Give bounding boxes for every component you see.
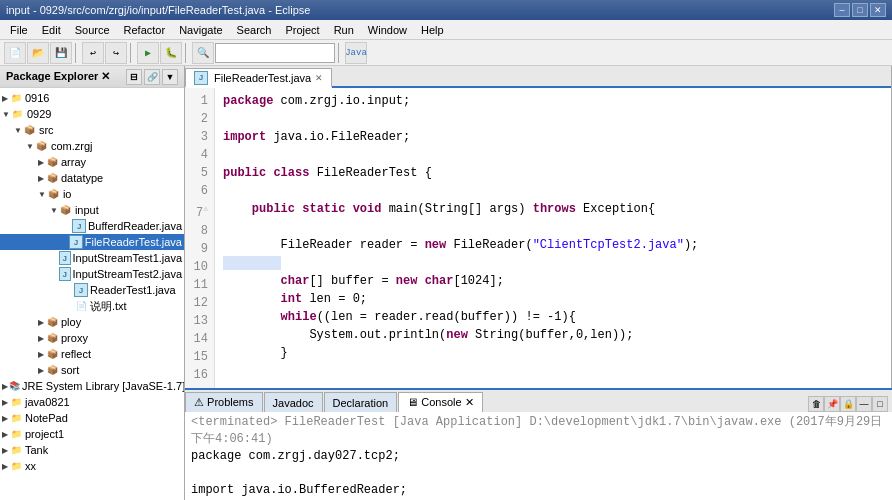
menu-search[interactable]: Search xyxy=(231,22,278,38)
menu-refactor[interactable]: Refactor xyxy=(118,22,172,38)
java-icon-tab: J xyxy=(194,71,208,85)
menu-bar: File Edit Source Refactor Navigate Searc… xyxy=(0,20,892,40)
debug-button[interactable]: 🐛 xyxy=(160,42,182,64)
tree-item-io[interactable]: ▼ 📦 io xyxy=(0,186,184,202)
save-button[interactable]: 💾 xyxy=(50,42,72,64)
tree-item-input[interactable]: ▼ 📦 input xyxy=(0,202,184,218)
tree-item-proxy[interactable]: ▶ 📦 proxy xyxy=(0,330,184,346)
tree-item-inputstreamtest2[interactable]: J InputStreamTest2.java xyxy=(0,266,184,282)
toolbar-separator-1 xyxy=(75,43,79,63)
package-icon-io: 📦 xyxy=(47,187,61,201)
tab-javadoc-label: Javadoc xyxy=(273,397,314,409)
console-clear-button[interactable]: 🗑 xyxy=(808,396,824,412)
tree-item-project1[interactable]: ▶ 📁 project1 xyxy=(0,426,184,442)
minimize-button[interactable]: – xyxy=(834,3,850,17)
redo-button[interactable]: ↪ xyxy=(105,42,127,64)
tree-item-array[interactable]: ▶ 📦 array xyxy=(0,154,184,170)
java-icon-filereadertest: J xyxy=(69,235,82,249)
tab-console-label: 🖥 Console ✕ xyxy=(407,396,473,409)
project-icon-0929: 📁 xyxy=(11,107,25,121)
menu-edit[interactable]: Edit xyxy=(36,22,67,38)
toolbar-separator-4 xyxy=(338,43,342,63)
toolbar: 📄 📂 💾 ↩ ↪ ▶ 🐛 🔍 Java xyxy=(0,40,892,66)
java-icon-bufferedreader: J xyxy=(72,219,86,233)
collapse-all-button[interactable]: ⊟ xyxy=(126,69,142,85)
console-line-terminated: <terminated> FileReaderTest [Java Applic… xyxy=(191,414,886,448)
console-minimize-button[interactable]: — xyxy=(856,396,872,412)
package-explorer: Package Explorer ✕ ⊟ 🔗 ▼ ▶ 📁 0916 ▼ 📁 09… xyxy=(0,66,185,500)
tree-item-shuoming[interactable]: 📄 说明.txt xyxy=(0,298,184,314)
tree-item-java0821[interactable]: ▶ 📁 java0821 xyxy=(0,394,184,410)
project-icon-xx: 📁 xyxy=(9,459,23,473)
tab-close-button[interactable]: ✕ xyxy=(315,73,323,83)
menu-project[interactable]: Project xyxy=(279,22,325,38)
package-icon-input: 📦 xyxy=(59,203,73,217)
undo-button[interactable]: ↩ xyxy=(82,42,104,64)
tree-item-xx[interactable]: ▶ 📁 xx xyxy=(0,458,184,474)
search-input[interactable] xyxy=(215,43,335,63)
tree-item-src[interactable]: ▼ 📦 src xyxy=(0,122,184,138)
code-content[interactable]: package com.zrgj.io.input; import java.i… xyxy=(215,88,891,388)
editor-tab-filereadertest[interactable]: J FileReaderTest.java ✕ xyxy=(185,68,332,88)
new-button[interactable]: 📄 xyxy=(4,42,26,64)
java-perspective-button[interactable]: Java xyxy=(345,42,367,64)
tab-declaration[interactable]: Declaration xyxy=(324,392,398,412)
tab-console[interactable]: 🖥 Console ✕ xyxy=(398,392,482,412)
expand-icon-xx: ▶ xyxy=(2,462,8,471)
tree-item-0929[interactable]: ▼ 📁 0929 xyxy=(0,106,184,122)
search-toolbar-button[interactable]: 🔍 xyxy=(192,42,214,64)
maximize-button[interactable]: □ xyxy=(852,3,868,17)
console-pin-button[interactable]: 📌 xyxy=(824,396,840,412)
tree-item-datatype[interactable]: ▶ 📦 datatype xyxy=(0,170,184,186)
console-scroll-lock-button[interactable]: 🔒 xyxy=(840,396,856,412)
tree-label-java0821: java0821 xyxy=(25,396,70,408)
tree-item-0916[interactable]: ▶ 📁 0916 xyxy=(0,90,184,106)
tree-item-readertest1[interactable]: J ReaderTest1.java xyxy=(0,282,184,298)
tree-item-reflect[interactable]: ▶ 📦 reflect xyxy=(0,346,184,362)
expand-icon-ploy: ▶ xyxy=(38,318,44,327)
tree-item-inputstreamtest1[interactable]: J InputStreamTest1.java xyxy=(0,250,184,266)
tree-item-ploy[interactable]: ▶ 📦 ploy xyxy=(0,314,184,330)
tree-item-filereadertest[interactable]: J FileReaderTest.java xyxy=(0,234,184,250)
console-maximize-button[interactable]: □ xyxy=(872,396,888,412)
bottom-panel: ⚠ Problems Javadoc Declaration 🖥 Console… xyxy=(185,388,892,500)
run-button[interactable]: ▶ xyxy=(137,42,159,64)
expand-icon-sort: ▶ xyxy=(38,366,44,375)
menu-source[interactable]: Source xyxy=(69,22,116,38)
menu-run[interactable]: Run xyxy=(328,22,360,38)
tree-label-xx: xx xyxy=(25,460,36,472)
expand-icon-io: ▼ xyxy=(38,190,46,199)
expand-icon-src: ▼ xyxy=(14,126,22,135)
tab-problems[interactable]: ⚠ Problems xyxy=(185,392,263,412)
tree-item-tank[interactable]: ▶ 📁 Tank xyxy=(0,442,184,458)
tree-label-project1: project1 xyxy=(25,428,64,440)
tree-item-com-zrgj[interactable]: ▼ 📦 com.zrgj xyxy=(0,138,184,154)
tree-label-sort: sort xyxy=(61,364,79,376)
tree-label-inputstreamtest1: InputStreamTest1.java xyxy=(73,252,182,264)
tree-item-sort[interactable]: ▶ 📦 sort xyxy=(0,362,184,378)
editor-tab-bar: J FileReaderTest.java ✕ xyxy=(185,66,891,88)
close-button[interactable]: ✕ xyxy=(870,3,886,17)
tree-item-notepad[interactable]: ▶ 📁 NotePad xyxy=(0,410,184,426)
code-editor[interactable]: 1 2 3 4 5 6 7⚠ 8 9 10 11 12 13 14 15 16 xyxy=(185,88,891,388)
view-menu-button[interactable]: ▼ xyxy=(162,69,178,85)
tree-label-proxy: proxy xyxy=(61,332,88,344)
tree-label-inputstreamtest2: InputStreamTest2.java xyxy=(73,268,182,280)
package-icon-reflect: 📦 xyxy=(45,347,59,361)
expand-icon-0929: ▼ xyxy=(2,110,10,119)
tree-item-bufferedreader[interactable]: J BufferdReader.java xyxy=(0,218,184,234)
tab-javadoc[interactable]: Javadoc xyxy=(264,392,323,412)
menu-navigate[interactable]: Navigate xyxy=(173,22,228,38)
menu-help[interactable]: Help xyxy=(415,22,450,38)
expand-icon-project1: ▶ xyxy=(2,430,8,439)
package-explorer-toolbar: ⊟ 🔗 ▼ xyxy=(126,69,178,85)
bottom-tab-bar: ⚠ Problems Javadoc Declaration 🖥 Console… xyxy=(185,390,892,412)
tree-label-0916: 0916 xyxy=(25,92,49,104)
tree-item-jre[interactable]: ▶ 📚 JRE System Library [JavaSE-1.7] xyxy=(0,378,184,394)
editor-tab-label: FileReaderTest.java xyxy=(214,72,311,84)
menu-window[interactable]: Window xyxy=(362,22,413,38)
menu-file[interactable]: File xyxy=(4,22,34,38)
open-button[interactable]: 📂 xyxy=(27,42,49,64)
console-output[interactable]: <terminated> FileReaderTest [Java Applic… xyxy=(185,412,892,500)
link-with-editor-button[interactable]: 🔗 xyxy=(144,69,160,85)
